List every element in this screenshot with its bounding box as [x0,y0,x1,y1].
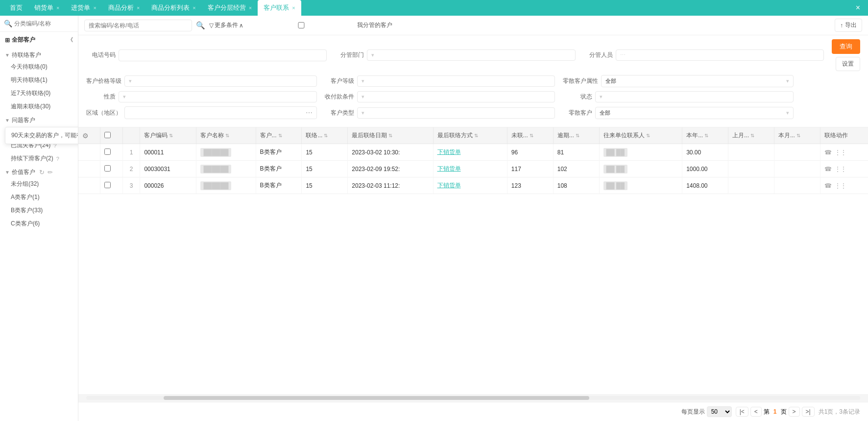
td-last-contact-method[interactable]: 下销货单 [433,161,507,177]
action-icons: ☎ ⋮⋮ [824,182,864,189]
filter-dept-label: 分管部门 [335,51,364,59]
filter-nature-select[interactable]: ▾ [119,91,317,102]
filter-person-select[interactable]: ⋯ [616,50,824,61]
query-button[interactable]: 查询 [832,39,860,54]
region-dots[interactable]: ⋯ [306,109,313,117]
my-customers-checkbox[interactable] [247,22,355,28]
more-action-icon[interactable]: ⋮⋮ [835,182,846,189]
close-icon[interactable]: × [193,5,195,11]
search-input[interactable] [84,20,192,31]
tab-purchase[interactable]: 进货单 × [65,0,102,16]
filter-scatter-customer-select[interactable]: 全部▾ [595,107,794,119]
filter-customer-level-select[interactable]: ▾ [357,75,555,87]
sort-icon: ⇅ [704,133,708,138]
prev-page-button[interactable]: < [750,407,762,417]
filter-search-button[interactable]: 🔍 [196,21,205,30]
edit-icon[interactable]: ✏ [48,169,53,176]
contact-icon[interactable]: ☎ [824,149,832,156]
sidebar-group-pending[interactable]: ▼ 待联络客户 [0,48,78,60]
contact-icon[interactable]: ☎ [824,182,832,189]
close-icon[interactable]: × [56,5,59,11]
filter-customer-type: 客户类型 ▾ [325,107,555,119]
filter-price-level-select[interactable]: ▾ [124,75,317,87]
td-last-month [728,177,774,194]
contact-icon[interactable]: ☎ [824,166,832,173]
sidebar-item-declining[interactable]: 持续下滑客户(2) ? [0,152,78,165]
per-page-select[interactable]: 50 100 200 [707,406,732,417]
tab-goods-analysis[interactable]: 商品分析 × [102,0,145,16]
td-checkbox[interactable] [100,177,122,194]
contact-method-link[interactable]: 下销货单 [437,165,461,172]
window-close-icon[interactable]: × [852,3,864,12]
td-this-month [774,177,820,194]
sidebar-group-value[interactable]: ▼ 价值客户 ↻ ✏ [0,165,78,177]
th-this-year[interactable]: 本年...⇅ [682,127,728,144]
filter-payment-select[interactable]: ▾ [357,91,555,102]
refresh-icon[interactable]: ↻ [39,169,45,176]
sidebar-item-overdue-pending[interactable]: 逾期未联络(30) [0,100,78,113]
tab-sales[interactable]: 销货单 × [28,0,65,16]
more-conditions-toggle[interactable]: ▽ 更多条件 ∧ [209,21,243,29]
contact-method-link[interactable]: 下销货单 [437,149,461,155]
filter-dept-select[interactable]: ▾ [367,50,575,61]
sidebar-search-input[interactable] [14,20,78,27]
sidebar-item-7days-pending[interactable]: 近7天待联络(0) [0,87,78,100]
sidebar-item-a-class[interactable]: A类客户(1) [0,191,78,204]
sidebar-group-problem[interactable]: ▼ 问题客户 90天未交易的客户，可能有流失风险。 [0,113,78,125]
row-checkbox[interactable] [104,149,111,155]
th-checkbox[interactable] [100,127,122,144]
th-last-contact-date[interactable]: 最后联络日期⇅ [348,127,433,144]
td-last-contact-method[interactable]: 下销货单 [433,177,507,194]
th-last-contact-method[interactable]: 最后联络方式⇅ [433,127,507,144]
contact-method-link[interactable]: 下销货单 [437,182,461,189]
th-code[interactable]: 客户编码⇅ [140,127,196,144]
td-this-month [774,144,820,161]
horizontal-scrollbar[interactable] [86,396,860,400]
sidebar-item-today-pending[interactable]: 今天待联络(0) [0,60,78,74]
select-all-checkbox[interactable] [104,132,111,138]
more-action-icon[interactable]: ⋮⋮ [835,149,846,156]
sidebar-item-c-class[interactable]: C类客户(6) [0,217,78,230]
unit-contact-blurred: ██ ██ [603,148,627,157]
th-unit-contact[interactable]: 往来单位联系人⇅ [599,127,682,144]
sidebar-item-ungrouped[interactable]: 未分组(32) [0,177,78,191]
th-settings[interactable]: ⚙ [78,127,100,144]
last-page-button[interactable]: >| [802,407,815,417]
sidebar-item-tomorrow-pending[interactable]: 明天待联络(1) [0,74,78,87]
row-checkbox[interactable] [104,182,111,188]
filter-customer-type-select[interactable]: ▾ [357,107,555,119]
th-type[interactable]: 客户...⇅ [256,127,302,144]
page-nav: |< < 第 1 页 > >| [736,407,815,417]
filter-phone-input[interactable] [119,50,327,61]
td-index: 3 [122,177,140,194]
th-uncontacted[interactable]: 未联...⇅ [507,127,553,144]
th-overdue[interactable]: 逾期...⇅ [553,127,599,144]
filter-status-select[interactable]: ▾ [595,91,794,102]
scrollbar-thumb[interactable] [164,396,589,400]
close-icon[interactable]: × [249,5,252,11]
more-action-icon[interactable]: ⋮⋮ [835,166,846,173]
sidebar-item-b-class[interactable]: B类客户(33) [0,204,78,217]
td-last-contact-method[interactable]: 下销货单 [433,144,507,161]
tab-home[interactable]: 首页 [4,0,28,16]
tab-goods-analysis-list[interactable]: 商品分析列表 × [145,0,201,16]
settings-button[interactable]: 设置 [836,57,860,71]
th-last-month[interactable]: 上月...⇅ [728,127,774,144]
close-icon[interactable]: × [93,5,96,11]
next-page-button[interactable]: > [789,407,800,417]
th-name[interactable]: 客户名称⇅ [196,127,256,144]
td-checkbox[interactable] [100,161,122,177]
th-this-month[interactable]: 本月...⇅ [774,127,820,144]
sidebar-all-customers[interactable]: ⊞ 全部客户 《 [0,32,78,48]
tab-customer-contact[interactable]: 客户联系 × [258,0,301,16]
table-row: 1 000011 ██████ B类客户 15 2023-03-02 10:30… [78,144,868,161]
filter-scatter-attr-select[interactable]: 全部▾ [601,75,794,87]
th-contact[interactable]: 联络...⇅ [302,127,348,144]
row-checkbox[interactable] [104,165,111,172]
close-icon[interactable]: × [292,5,295,11]
export-button[interactable]: ↑ 导出 [835,19,862,32]
tab-customer-layer[interactable]: 客户分层经营 × [202,0,258,16]
td-checkbox[interactable] [100,144,122,161]
first-page-button[interactable]: |< [736,407,748,417]
close-icon[interactable]: × [137,5,140,11]
